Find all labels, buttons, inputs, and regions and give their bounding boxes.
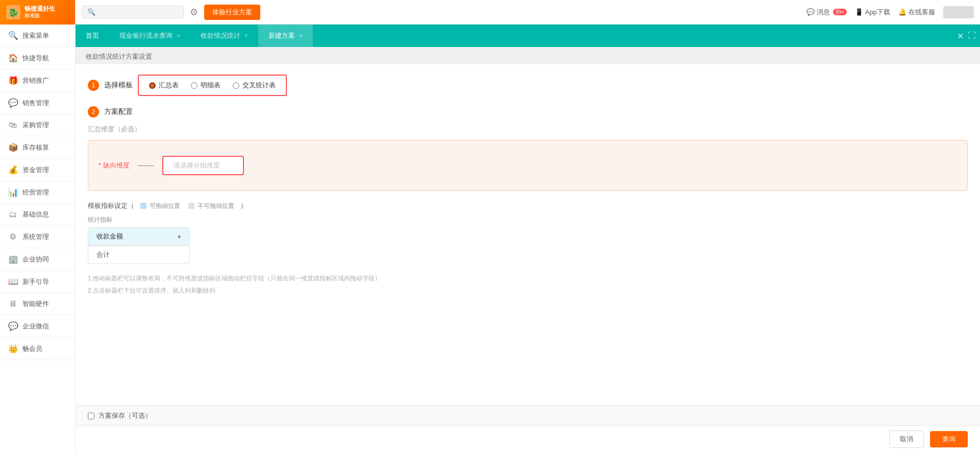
gear-icon[interactable]: ⚙ [190, 7, 198, 18]
sidebar-item-label: 企业微信 [22, 322, 49, 331]
action-bar: 取消 查询 [76, 425, 980, 452]
industry-btn[interactable]: 体验行业方案 [204, 5, 260, 20]
legend-drag: 可拖动位置 [140, 202, 180, 210]
dim-select[interactable]: 请选择分组维度 [162, 156, 244, 175]
radio-detail[interactable]: 明细表 [191, 81, 220, 90]
folder-icon: 🗂 [8, 210, 17, 219]
sidebar-item-finance[interactable]: 💰 资金管理 [0, 159, 75, 181]
sidebar-item-sales[interactable]: 💬 销售管理 [0, 92, 75, 114]
radio-detail-label: 明细表 [201, 81, 220, 90]
save-checkbox[interactable] [88, 413, 94, 419]
monitor-icon: 🖥 [8, 299, 17, 308]
dropdown-arrow-icon[interactable]: ▾ [178, 233, 181, 241]
online-support-btn[interactable]: 🔔 在线客服 [898, 8, 935, 17]
sidebar-item-quick-nav[interactable]: 🏠 快捷导航 [0, 47, 75, 69]
download-icon: 📱 [855, 8, 863, 16]
vertical-dim-label: * 纵向维度 [99, 161, 130, 170]
radio-summary-label: 汇总表 [159, 81, 179, 90]
sidebar-item-guide[interactable]: 📖 新手引导 [0, 271, 75, 293]
radio-cross-label: 交叉统计表 [242, 81, 276, 90]
subtitle-text: 汇总维度（必选） [88, 125, 141, 133]
radio-summary-input[interactable] [149, 82, 156, 89]
sidebar-item-label: 销售管理 [22, 99, 49, 108]
radio-detail-input[interactable] [191, 82, 198, 89]
config-section: 汇总维度（必选） * 纵向维度 —— 请选择分组维度 [88, 125, 968, 297]
tab-home-label: 首页 [86, 31, 99, 40]
step1-header: 1 选择模板 汇总表 明细表 [88, 75, 968, 96]
tab-new[interactable]: 新建方案 × [258, 25, 313, 47]
sidebar-item-search[interactable]: 🔍 搜索菜单 [0, 25, 75, 47]
step2-section: 2 方案配置 汇总维度（必选） * 纵向维度 —— 请选择分组维度 [88, 106, 968, 297]
cannot-drag-label: 不可拖动位置 [198, 202, 234, 210]
sidebar-item-label: 搜索菜单 [22, 31, 49, 40]
sidebar-item-member[interactable]: 👑 畅会员 [0, 338, 75, 360]
app-logo: 🐉 畅捷通好生 标准版 [0, 0, 75, 25]
logo-text: 畅捷通好生 [24, 5, 55, 12]
cancel-button[interactable]: 取消 [889, 431, 924, 448]
tab-stats[interactable]: 收款情况统计 × [190, 25, 258, 47]
dim-row: * 纵向维度 —— 请选择分组维度 [99, 156, 244, 175]
wechat-icon: 💬 [8, 321, 17, 331]
step1-badge: 1 [88, 80, 99, 91]
search-icon: 🔍 [87, 8, 95, 16]
template-selector: 汇总表 明细表 交叉统计表 [138, 75, 287, 96]
sidebar-item-hardware[interactable]: 🖥 智能硬件 [0, 293, 75, 315]
sidebar-item-enterprise[interactable]: 🏢 企业协同 [0, 248, 75, 271]
footer-save: 方案保存（可选） [76, 406, 980, 425]
search-box[interactable]: 🔍 [82, 6, 184, 18]
stat-label: 统计指标 [88, 216, 112, 224]
radio-cross[interactable]: 交叉统计表 [233, 81, 276, 90]
radio-summary[interactable]: 汇总表 [149, 81, 179, 90]
app-download-btn[interactable]: 📱 App下载 [855, 8, 890, 17]
topbar: 🔍 ⚙ 体验行业方案 💬 消息 99+ 📱 App下载 🔔 在线客服 [76, 0, 980, 25]
settings-icon: ⚙ [8, 232, 17, 242]
nodrag-color-swatch [188, 203, 194, 209]
tab-new-close[interactable]: × [299, 32, 303, 39]
sidebar-item-label: 营销推广 [22, 76, 49, 85]
step2-header: 2 方案配置 [88, 106, 968, 117]
building-icon: 🏢 [8, 254, 17, 264]
notification-badge: 99+ [833, 9, 847, 15]
sidebar-item-label: 系统管理 [22, 232, 49, 242]
indicator-legend: 可拖动位置 不可拖动位置 [140, 202, 234, 210]
main-area: 🔍 ⚙ 体验行业方案 💬 消息 99+ 📱 App下载 🔔 在线客服 首页 [76, 0, 980, 452]
sidebar-item-operations[interactable]: 📊 经营管理 [0, 181, 75, 204]
tab-bank-label: 现金银行流水查询 [119, 31, 173, 40]
indicator-table: 收款金额 ▾ 合计 [88, 227, 190, 264]
tab-stats-label: 收款情况统计 [201, 31, 240, 40]
sidebar-item-system[interactable]: ⚙ 系统管理 [0, 226, 75, 248]
sidebar-item-purchase[interactable]: 🛍 采购管理 [0, 114, 75, 136]
logo-sub: 标准版 [24, 12, 55, 19]
search-input[interactable] [99, 9, 170, 16]
dimension-area: * 纵向维度 —— 请选择分组维度 [88, 140, 968, 191]
radio-cross-input[interactable] [233, 82, 239, 89]
app-download-label: App下载 [865, 8, 890, 17]
message-btn[interactable]: 💬 消息 99+ [806, 8, 847, 17]
content-body: 1 选择模板 汇总表 明细表 [76, 64, 980, 406]
indicator-header: 模板指标设定（ 可拖动位置 不可拖动位置 [88, 201, 968, 210]
tab-stats-close[interactable]: × [244, 32, 248, 39]
radio-group: 汇总表 明细表 交叉统计表 [149, 81, 276, 90]
sidebar-item-wechat[interactable]: 💬 企业微信 [0, 315, 75, 338]
query-button[interactable]: 查询 [930, 431, 968, 447]
close-window-btn[interactable]: ✕ [957, 31, 964, 41]
book-icon: 📖 [8, 277, 17, 287]
sidebar-item-label: 新手引导 [22, 277, 49, 287]
step2-badge: 2 [88, 106, 99, 117]
tab-bank-close[interactable]: × [177, 32, 180, 39]
tip1-text: 1.拖动标题栏可以调整布局，不可跨维度或指标区域拖动栏目字段（只能在同一维度或指… [88, 272, 968, 284]
sidebar-item-inventory[interactable]: 📦 库存核算 [0, 136, 75, 159]
sidebar-item-basic[interactable]: 🗂 基础信息 [0, 204, 75, 226]
tab-bank[interactable]: 现金银行流水查询 × [109, 25, 190, 47]
maximize-btn[interactable]: ⛶ [968, 31, 976, 40]
legend-nodrag: 不可拖动位置 [188, 202, 234, 210]
online-support-label: 在线客服 [909, 8, 935, 17]
sidebar-item-marketing[interactable]: 🎁 营销推广 [0, 69, 75, 92]
bag-icon: 🛍 [8, 121, 17, 130]
support-icon: 🔔 [898, 8, 906, 16]
dim-arrow: —— [138, 161, 154, 170]
tab-home[interactable]: 首页 [76, 25, 109, 47]
chart-icon: 📊 [8, 187, 17, 197]
breadcrumb-text: 收款情况统计方案设置 [86, 53, 152, 60]
message-icon: 💬 [806, 8, 815, 16]
